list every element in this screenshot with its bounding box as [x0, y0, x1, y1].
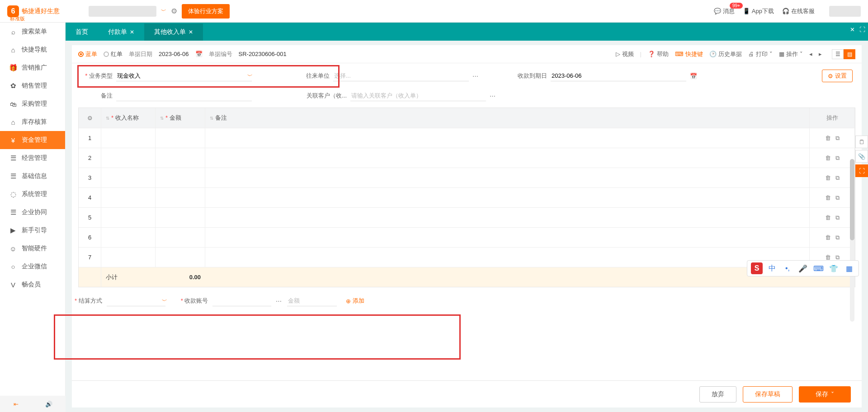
app-download-link[interactable]: 📱 App下载 — [743, 7, 774, 15]
cell-income-name[interactable] — [101, 168, 156, 187]
radio-blue[interactable]: 蓝单 — [78, 50, 97, 58]
sidebar-item-operations[interactable]: ☰经营管理 — [0, 149, 65, 167]
copy-icon[interactable]: ⧉ — [835, 135, 840, 142]
prev-doc-button[interactable]: ◂ — [809, 51, 812, 57]
copy-icon[interactable]: ⧉ — [835, 214, 840, 221]
collapse-icon[interactable]: ⇤ — [14, 401, 19, 407]
relcustomer-input[interactable] — [350, 90, 486, 101]
cell-remark[interactable] — [205, 228, 810, 247]
cell-amount[interactable] — [156, 188, 205, 207]
calendar-icon[interactable]: 📅 — [195, 51, 203, 57]
next-doc-button[interactable]: ▸ — [819, 51, 822, 57]
sidebar-item-inventory[interactable]: ⌂库存核算 — [0, 113, 65, 131]
duedate-input[interactable] — [551, 70, 686, 81]
discard-button[interactable]: 放弃 — [699, 386, 736, 403]
sidebar-item-purchase[interactable]: 🛍采购管理 — [0, 95, 65, 113]
delete-icon[interactable]: 🗑 — [825, 194, 831, 201]
sidebar-item-hardware[interactable]: ☺智能硬件 — [0, 239, 65, 258]
tab-payment[interactable]: 付款单✕ — [98, 23, 144, 41]
cell-amount[interactable] — [156, 168, 205, 187]
more-icon[interactable]: ⋯ — [276, 298, 283, 304]
cell-income-name[interactable] — [101, 188, 156, 207]
table-row[interactable]: 1 🗑⧉ — [79, 128, 855, 148]
remark-input[interactable] — [116, 90, 252, 101]
more-icon[interactable]: ⋯ — [490, 93, 496, 99]
th-remark[interactable]: ⇅备注 — [205, 108, 810, 128]
video-button[interactable]: ▷视频 — [616, 50, 634, 58]
shortcut-button[interactable]: ⌨快捷键 — [675, 50, 703, 58]
cell-amount[interactable] — [156, 208, 205, 227]
scrollbar[interactable] — [850, 159, 854, 322]
cell-amount[interactable] — [156, 148, 205, 168]
cell-income-name[interactable] — [101, 128, 156, 148]
chevron-down-icon[interactable]: ﹀ — [162, 297, 167, 305]
ime-skin-icon[interactable]: 👕 — [828, 262, 840, 274]
save-button[interactable]: 保存˅ — [799, 386, 851, 403]
ime-toolbox-icon[interactable]: ▦ — [843, 262, 855, 274]
customer-service-link[interactable]: 🎧 在线客服 — [782, 7, 815, 15]
ime-keyboard-icon[interactable]: ⌨ — [812, 262, 824, 274]
delete-icon[interactable]: 🗑 — [825, 234, 831, 241]
cell-remark[interactable] — [205, 188, 810, 207]
settle-add-button[interactable]: ⊕添加 — [346, 297, 364, 305]
th-income-name[interactable]: ⇅收入名称 — [101, 108, 156, 128]
ime-mic-icon[interactable]: 🎤 — [797, 262, 809, 274]
th-gear[interactable]: ⚙ — [79, 108, 101, 128]
tab-other-income[interactable]: 其他收入单✕ — [144, 23, 203, 41]
sidebar-item-wework[interactable]: ○企业微信 — [0, 258, 65, 276]
ime-punct-icon[interactable]: •, — [782, 262, 793, 274]
view-card-button[interactable]: ▤ — [844, 49, 855, 59]
cell-income-name[interactable] — [101, 228, 156, 247]
float-note-icon[interactable]: 🗒 — [855, 136, 868, 148]
biztype-input[interactable] — [116, 70, 252, 81]
tab-home[interactable]: 首页 — [66, 23, 98, 41]
trial-button[interactable]: 体验行业方案 — [182, 4, 230, 19]
sound-icon[interactable]: 🔊 — [45, 401, 52, 407]
table-row[interactable]: 7 🗑⧉ — [79, 247, 855, 267]
cell-remark[interactable] — [205, 168, 810, 187]
sidebar-item-guide[interactable]: ▶新手引导 — [0, 221, 65, 239]
calendar-icon[interactable]: 📅 — [690, 73, 697, 80]
delete-icon[interactable]: 🗑 — [825, 135, 831, 141]
more-icon[interactable]: ⋯ — [472, 73, 479, 80]
cell-income-name[interactable] — [101, 248, 156, 267]
cell-income-name[interactable] — [101, 208, 156, 227]
cell-amount[interactable] — [156, 248, 205, 267]
table-row[interactable]: 2 🗑⧉ — [79, 148, 855, 168]
settle-amt-input[interactable] — [287, 295, 337, 306]
gear-icon[interactable]: ⚙ — [171, 7, 177, 15]
cell-remark[interactable] — [205, 208, 810, 227]
delete-icon[interactable]: 🗑 — [825, 154, 831, 161]
table-row[interactable]: 5 🗑⧉ — [79, 207, 855, 227]
save-draft-button[interactable]: 保存草稿 — [743, 386, 793, 403]
copy-icon[interactable]: ⧉ — [835, 194, 840, 201]
table-row[interactable]: 4 🗑⧉ — [79, 187, 855, 207]
sidebar-item-funds[interactable]: ¥资金管理 — [0, 131, 65, 149]
view-list-button[interactable]: ☰ — [832, 49, 844, 59]
cell-remark[interactable] — [205, 128, 810, 148]
ime-lang[interactable]: 中 — [766, 262, 778, 274]
cell-remark[interactable] — [205, 148, 810, 168]
history-button[interactable]: 🕑历史单据 — [709, 50, 742, 58]
delete-icon[interactable]: 🗑 — [825, 214, 831, 221]
delete-icon[interactable]: 🗑 — [825, 254, 831, 261]
user-avatar[interactable] — [829, 6, 861, 17]
settle-method-input[interactable] — [107, 295, 165, 306]
settle-acct-input[interactable] — [212, 295, 271, 306]
tab-close-all-icon[interactable]: ✕ — [850, 26, 855, 33]
sidebar-item-system[interactable]: ◌系统管理 — [0, 185, 65, 203]
messages-link[interactable]: 💬 消息 99+ — [714, 7, 735, 15]
partner-input[interactable] — [333, 70, 469, 81]
close-icon[interactable]: ✕ — [130, 29, 134, 35]
sidebar-item-marketing[interactable]: 🎁营销推广 — [0, 59, 65, 77]
help-button[interactable]: ❓帮助 — [648, 50, 669, 58]
float-expand-icon[interactable]: ⛶ — [855, 164, 868, 177]
table-row[interactable]: 6 🗑⧉ — [79, 227, 855, 247]
float-clip-icon[interactable]: 📎 — [855, 150, 868, 163]
th-amount[interactable]: ⇅金额 — [156, 108, 205, 128]
cell-income-name[interactable] — [101, 148, 156, 168]
table-row[interactable]: 3 🗑⧉ — [79, 168, 855, 187]
chevron-down-icon[interactable]: ﹀ — [247, 72, 253, 80]
sidebar-item-search[interactable]: ⌕搜索菜单 — [0, 23, 65, 41]
sidebar-item-member[interactable]: V畅会员 — [0, 276, 65, 294]
